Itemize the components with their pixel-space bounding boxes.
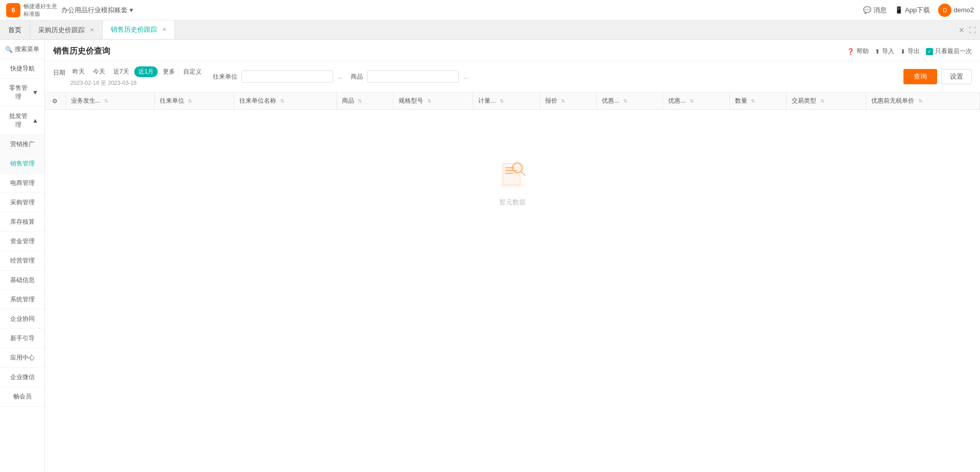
- filter-bar: 日期 昨天 今天 近7天 近1月 更多 自定义 2023-02-18 至 202…: [45, 61, 980, 92]
- tab-purchase-history[interactable]: 采购历史价跟踪 ✕: [30, 20, 103, 39]
- header-right: 💬 消息 📱 App下载 D demo2: [863, 4, 974, 17]
- sidebar-item-search[interactable]: 🔍 搜索菜单: [0, 40, 44, 59]
- th-biz-date[interactable]: 业务发生... ⇅: [65, 92, 155, 110]
- sidebar-item-ecommerce[interactable]: 电商管理: [0, 174, 44, 193]
- sidebar-item-app-center[interactable]: 应用中心: [0, 348, 44, 368]
- user-action[interactable]: D demo2: [938, 4, 974, 17]
- th-settings[interactable]: ⚙: [45, 92, 65, 110]
- sidebar-item-finance[interactable]: 资金管理: [0, 232, 44, 251]
- fullscreen-btn[interactable]: ⛶: [969, 26, 976, 34]
- page-header: 销售历史价查询 ❓ 帮助 ⬆ 导入 ⬇ 导出 ✓ 只看最后一次: [45, 40, 980, 61]
- date-btn-custom[interactable]: 自定义: [180, 66, 205, 77]
- sort-icon-pre-tax: ⇅: [918, 98, 922, 104]
- th-from-unit[interactable]: 往来单位 ⇅: [155, 92, 234, 110]
- tab-bar: 首页 采购历史价跟踪 ✕ 销售历史价跟踪 ✕ ✕ ⛶: [0, 20, 980, 40]
- from-unit-dots-btn[interactable]: ...: [337, 73, 342, 80]
- date-buttons: 昨天 今天 近7天 近1月 更多 自定义: [69, 66, 205, 77]
- export-btn[interactable]: ⬇ 导出: [900, 47, 920, 56]
- table-header-row: ⚙ 业务发生... ⇅ 往来单位 ⇅ 往来单位名称 ⇅: [45, 92, 980, 110]
- th-qty[interactable]: 数量 ⇅: [729, 92, 787, 110]
- setting-button[interactable]: 设置: [941, 69, 972, 84]
- svg-rect-5: [505, 173, 513, 174]
- sidebar-sub-item-marketing[interactable]: 营销推广: [0, 135, 44, 154]
- th-discount2[interactable]: 优惠... ⇅: [663, 92, 729, 110]
- query-button[interactable]: 查询: [903, 69, 937, 84]
- sidebar-item-operations[interactable]: 经营管理: [0, 251, 44, 271]
- sidebar-item-wholesale[interactable]: 批发管理 ▲: [0, 107, 44, 135]
- date-btn-1month[interactable]: 近1月: [134, 66, 158, 77]
- tab-sales-history[interactable]: 销售历史价跟踪 ✕: [103, 20, 175, 39]
- main-layout: 🔍 搜索菜单 快捷导航 零售管理 ▼ 批发管理 ▲ 营销推广 销售管理 电商管理…: [0, 40, 980, 472]
- download-icon: 📱: [895, 6, 903, 14]
- sidebar-item-enterprise[interactable]: 企业协同: [0, 310, 44, 329]
- date-filter-label: 日期: [53, 66, 65, 77]
- only-last-checkbox[interactable]: ✓ 只看最后一次: [926, 47, 972, 56]
- header-left: 6 畅捷通好生意 标准版 办公用品行业模拟账套 ▾: [6, 3, 133, 17]
- sort-icon-unit: ⇅: [500, 98, 504, 104]
- goods-filter-group: 商品 ...: [351, 70, 468, 83]
- app-selector[interactable]: 办公用品行业模拟账套 ▾: [61, 6, 133, 15]
- sort-icon-trade-type: ⇅: [820, 98, 824, 104]
- app-download-action[interactable]: 📱 App下载: [895, 6, 930, 15]
- sidebar-sub-item-sales[interactable]: 销售管理: [0, 154, 44, 174]
- th-from-unit-name[interactable]: 往来单位名称 ⇅: [234, 92, 336, 110]
- date-btn-more[interactable]: 更多: [160, 66, 178, 77]
- th-goods[interactable]: 商品 ⇅: [336, 92, 394, 110]
- th-trade-type[interactable]: 交易类型 ⇅: [787, 92, 866, 110]
- data-table: ⚙ 业务发生... ⇅ 往来单位 ⇅ 往来单位名称 ⇅: [45, 92, 980, 110]
- th-quote[interactable]: 报价 ⇅: [540, 92, 597, 110]
- search-icon: 🔍: [5, 46, 13, 53]
- dropdown-icon: ▾: [130, 6, 133, 14]
- logo-area: 6 畅捷通好生意 标准版: [6, 3, 57, 17]
- sidebar-item-inventory[interactable]: 库存核算: [0, 213, 44, 232]
- from-unit-filter-group: 往来单位 ...: [213, 70, 342, 83]
- message-action[interactable]: 💬 消息: [863, 6, 887, 15]
- date-range-text: 2023-02-18 至 2023-03-18: [69, 79, 205, 87]
- th-unit[interactable]: 计量... ⇅: [473, 92, 540, 110]
- logo-icon: 6: [6, 3, 20, 17]
- export-icon: ⬇: [900, 48, 905, 55]
- goods-label: 商品: [351, 70, 363, 81]
- sort-icon-from-unit-name: ⇅: [280, 98, 284, 104]
- tab-sales-history-close[interactable]: ✕: [162, 27, 166, 32]
- sidebar-item-wechat[interactable]: 企业微信: [0, 368, 44, 387]
- th-pre-tax[interactable]: 优惠前无税单价 ⇅: [866, 92, 980, 110]
- date-btn-yesterday[interactable]: 昨天: [69, 66, 88, 77]
- top-header: 6 畅捷通好生意 标准版 办公用品行业模拟账套 ▾ 💬 消息 📱 App下载 D…: [0, 0, 980, 20]
- date-btn-7days[interactable]: 近7天: [110, 66, 132, 77]
- date-filter-group: 日期 昨天 今天 近7天 近1月 更多 自定义 2023-02-18 至 202…: [53, 66, 205, 87]
- close-window-btn[interactable]: ✕: [959, 26, 965, 34]
- message-icon: 💬: [863, 6, 871, 14]
- import-btn[interactable]: ⬆ 导入: [875, 47, 894, 56]
- tab-home[interactable]: 首页: [0, 20, 30, 39]
- sidebar-item-retail[interactable]: 零售管理 ▼: [0, 79, 44, 107]
- date-options-group: 昨天 今天 近7天 近1月 更多 自定义 2023-02-18 至 2023-0…: [69, 66, 205, 87]
- sort-icon-spec: ⇅: [427, 98, 431, 104]
- from-unit-label: 往来单位: [213, 70, 237, 81]
- import-icon: ⬆: [875, 48, 880, 55]
- sidebar-item-purchase[interactable]: 采购管理: [0, 193, 44, 213]
- checkbox-checked-icon: ✓: [926, 48, 933, 55]
- th-spec[interactable]: 规格型号 ⇅: [394, 92, 473, 110]
- sidebar-item-member[interactable]: 畅会员: [0, 387, 44, 407]
- svg-rect-4: [505, 170, 518, 171]
- sidebar-item-newbie[interactable]: 新手引导: [0, 329, 44, 348]
- from-unit-input[interactable]: [241, 70, 333, 83]
- gear-icon: ⚙: [52, 98, 58, 105]
- sort-icon-discount1: ⇅: [623, 98, 627, 104]
- date-btn-today[interactable]: 今天: [90, 66, 108, 77]
- sidebar-item-base-info[interactable]: 基础信息: [0, 271, 44, 290]
- sidebar-item-quick-nav[interactable]: 快捷导航: [0, 59, 44, 79]
- sidebar-item-system[interactable]: 系统管理: [0, 290, 44, 310]
- sidebar: 🔍 搜索菜单 快捷导航 零售管理 ▼ 批发管理 ▲ 营销推广 销售管理 电商管理…: [0, 40, 45, 472]
- filter-actions: 查询 设置: [903, 69, 972, 84]
- sort-icon-biz-date: ⇅: [104, 98, 108, 104]
- help-btn[interactable]: ❓ 帮助: [847, 47, 869, 56]
- help-icon: ❓: [847, 48, 854, 55]
- chevron-up-icon: ▲: [32, 117, 38, 124]
- tab-purchase-history-close[interactable]: ✕: [90, 27, 94, 33]
- th-discount1[interactable]: 优惠... ⇅: [597, 92, 663, 110]
- empty-illustration: [492, 151, 533, 192]
- goods-input[interactable]: [367, 70, 459, 83]
- goods-dots-btn[interactable]: ...: [463, 73, 468, 80]
